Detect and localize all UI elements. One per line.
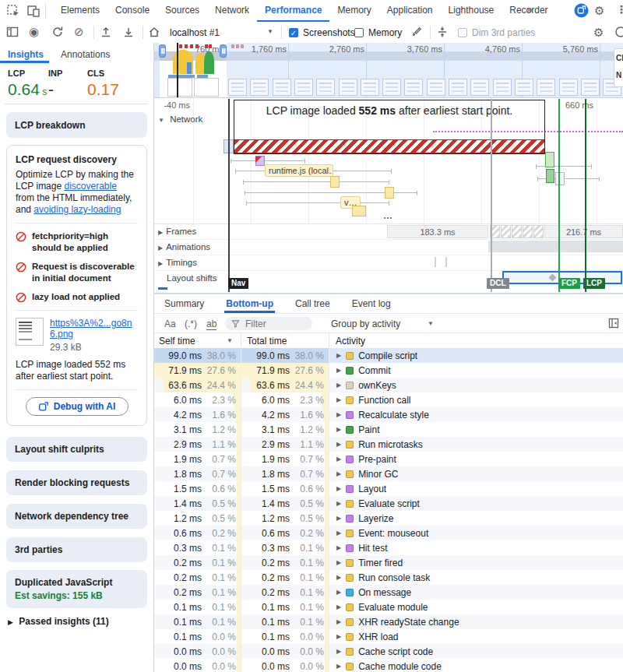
bottomup-row-timer-fired[interactable]: 0.2 ms0.1 %0.2 ms0.1 %▶Timer fired — [153, 555, 623, 570]
minimap-right-handle[interactable] — [220, 44, 227, 58]
expand-icon[interactable]: ▶ — [336, 663, 341, 670]
filmstrip-thumbnail[interactable] — [493, 79, 512, 96]
column-total-time[interactable]: Total time — [241, 333, 329, 348]
bottomup-row-evaluate-module[interactable]: 0.1 ms0.1 %0.1 ms0.1 %▶Evaluate module — [153, 600, 623, 614]
settings-gear-icon[interactable]: ⚙ — [594, 4, 604, 18]
expand-icon[interactable]: ▶ — [336, 559, 341, 566]
bottomup-row-cache-script-code[interactable]: 0.0 ms0.0 %0.0 ms0.0 %▶Cache script code — [153, 644, 623, 659]
clear-icon[interactable]: ⊘ — [74, 25, 84, 39]
group-by-select[interactable]: Group by activity — [331, 318, 400, 329]
details-tab-summary[interactable]: Summary — [163, 294, 206, 313]
network-request-bar[interactable] — [330, 176, 340, 188]
marker-fcp[interactable]: FCP — [558, 278, 580, 289]
device-toolbar-icon[interactable] — [26, 4, 40, 18]
expand-icon[interactable]: ▶ — [336, 396, 341, 403]
expand-icon[interactable]: ▶ — [336, 426, 341, 433]
tab-annotations[interactable]: Annotations — [61, 49, 110, 60]
expand-icon[interactable]: ▶ — [336, 411, 341, 418]
passed-insights-toggle[interactable]: ▶ Passed insights (11) — [8, 616, 109, 627]
tab-sources[interactable]: Sources — [157, 0, 207, 22]
minimap-left-handle[interactable] — [159, 44, 166, 58]
details-tab-call-tree[interactable]: Call tree — [294, 294, 332, 313]
expand-icon[interactable]: ▶ — [336, 574, 341, 581]
filmstrip-thumbnail[interactable] — [273, 79, 291, 96]
track-layout-shifts[interactable]: Layout shifts — [167, 273, 217, 283]
insight-card-duplicated-javascript[interactable]: Duplicated JavaScriptEst savings: 155 kB — [6, 570, 147, 608]
bottomup-row-run-microtasks[interactable]: 2.9 ms1.1 %2.9 ms1.1 %▶Run microtasks — [153, 437, 623, 452]
debug-with-ai-button[interactable]: Debug with AI — [26, 397, 128, 416]
bottomup-row-pre-paint[interactable]: 1.9 ms0.7 %1.9 ms0.7 %▶Pre-paint — [153, 452, 623, 466]
insight-card-lcp-breakdown[interactable]: LCP breakdown — [6, 112, 147, 138]
expand-icon[interactable]: ▶ — [336, 441, 341, 448]
home-icon[interactable] — [148, 26, 160, 38]
lcp-image-link[interactable]: https%3A%2...go8n6.png — [50, 318, 132, 340]
bottomup-row-evaluate-script[interactable]: 1.4 ms0.5 %1.4 ms0.5 %▶Evaluate script — [153, 496, 623, 511]
marker-nav[interactable]: Nav — [228, 278, 248, 289]
expand-icon[interactable]: ▶ — [336, 500, 341, 507]
dropped-frame[interactable] — [533, 225, 544, 238]
expand-icon[interactable]: ▶ — [336, 589, 341, 596]
filmstrip-thumbnail[interactable] — [250, 79, 269, 96]
expand-icon[interactable]: ▶ — [336, 633, 341, 640]
tab-insights[interactable]: Insights — [8, 49, 44, 60]
memory-checkbox[interactable] — [354, 28, 364, 37]
expand-icon[interactable]: ▶ — [336, 470, 341, 477]
dropped-frame[interactable] — [501, 225, 511, 238]
history-select[interactable]: localhost #1 — [170, 27, 220, 38]
filmstrip-thumbnail[interactable] — [294, 79, 313, 96]
filmstrip-thumbnail[interactable] — [339, 79, 357, 96]
match-case-button[interactable]: Aa — [164, 318, 176, 329]
bottomup-row-xhr-readystate-change[interactable]: 0.1 ms0.1 %0.1 ms0.1 %▶XHR readyState ch… — [153, 614, 623, 629]
bottomup-row-event-mouseout[interactable]: 0.6 ms0.2 %0.6 ms0.2 %▶Event: mouseout — [153, 526, 623, 540]
bottomup-row-run-console-task[interactable]: 0.2 ms0.1 %0.2 ms0.1 %▶Run console task — [153, 570, 623, 585]
filmstrip-thumbnail[interactable] — [559, 79, 578, 96]
ai-assistance-icon[interactable] — [574, 3, 589, 18]
network-track-toggle[interactable]: ▼ Network — [158, 114, 202, 124]
avoid-lazy-loading-link[interactable]: avoiding lazy-loading — [33, 204, 121, 215]
record-icon[interactable]: ◉ — [29, 25, 39, 39]
details-tab-bottom-up[interactable]: Bottom-up — [224, 294, 275, 313]
insight-card-render-blocking-requests[interactable]: Render blocking requests — [6, 470, 147, 495]
tab-application[interactable]: Application — [379, 0, 441, 22]
filmstrip-thumbnail[interactable] — [404, 79, 423, 96]
track-animations[interactable]: ▶Animations — [158, 242, 210, 252]
whole-word-button[interactable]: ab — [206, 318, 216, 330]
bottomup-row-layout[interactable]: 1.5 ms0.6 %1.5 ms0.6 %▶Layout — [153, 481, 623, 496]
insight-card-lcp-request-discovery[interactable]: LCP request discovery Optimize LCP by ma… — [6, 145, 147, 426]
track-timings[interactable]: ▶Timings — [158, 258, 197, 267]
tab-network[interactable]: Network — [207, 0, 257, 22]
marker-dcl[interactable]: DCL — [487, 278, 509, 289]
filmstrip-thumbnail[interactable] — [194, 78, 219, 97]
filmstrip-thumbnail[interactable] — [581, 79, 600, 96]
insight-card-3rd-parties[interactable]: 3rd parties — [6, 537, 147, 562]
expand-icon[interactable]: ▶ — [336, 530, 341, 537]
filmstrip-thumbnail[interactable] — [167, 78, 192, 97]
column-activity[interactable]: Activity — [329, 333, 623, 348]
layout-shift-bar[interactable] — [158, 287, 167, 290]
details-tab-event-log[interactable]: Event log — [350, 294, 392, 313]
more-tabs-icon[interactable]: » — [526, 3, 533, 16]
expand-icon[interactable]: ▶ — [336, 367, 341, 374]
frame-duration-box[interactable]: 183.3 ms — [387, 225, 488, 238]
track-frames[interactable]: ▶Frames — [158, 227, 196, 236]
toggle-sidebar-icon[interactable] — [6, 26, 19, 38]
network-request-bar[interactable] — [545, 152, 554, 167]
bottomup-row-hit-test[interactable]: 0.3 ms0.1 %0.3 ms0.1 %▶Hit test — [153, 540, 623, 555]
animation-bar[interactable] — [488, 241, 623, 252]
show-details-sidebar-icon[interactable] — [608, 318, 619, 329]
filmstrip-thumbnail[interactable] — [316, 79, 335, 96]
bottomup-row-layerize[interactable]: 1.2 ms0.5 %1.2 ms0.5 %▶Layerize — [153, 511, 623, 526]
bottomup-row-paint[interactable]: 3.1 ms1.2 %3.1 ms1.2 %▶Paint — [153, 422, 623, 437]
tab-performance[interactable]: Performance — [257, 0, 329, 22]
expand-icon[interactable]: ▶ — [336, 485, 341, 492]
bottomup-row-on-message[interactable]: 0.2 ms0.1 %0.2 ms0.1 %▶On message — [153, 585, 623, 600]
status-circle-icon[interactable] — [614, 26, 623, 38]
expand-icon[interactable]: ▶ — [336, 618, 341, 625]
bottomup-row-compile-script[interactable]: 99.0 ms38.0 %99.0 ms38.0 %▶Compile scrip… — [153, 348, 623, 363]
marker-lcp[interactable]: LCP — [583, 278, 605, 289]
column-self-time[interactable]: Self time▼ — [153, 333, 241, 348]
network-request-bar[interactable] — [555, 172, 565, 185]
expand-icon[interactable]: ▶ — [336, 352, 341, 359]
filter-input[interactable] — [244, 318, 301, 330]
tab-memory[interactable]: Memory — [329, 0, 378, 22]
